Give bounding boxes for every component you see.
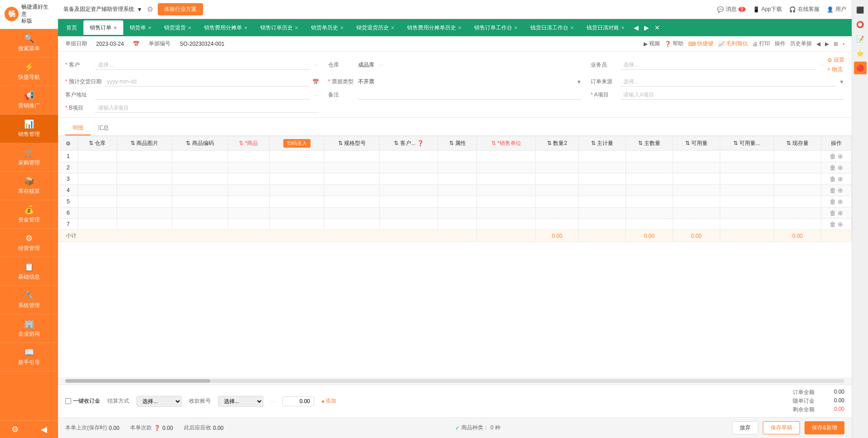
- row-actions[interactable]: 🗑 ⊕: [821, 151, 851, 162]
- row-customer-code[interactable]: [379, 162, 438, 173]
- save-draft-button[interactable]: 保存草稿: [763, 421, 800, 434]
- row-product[interactable]: [228, 185, 269, 196]
- row-main-qty[interactable]: [626, 219, 673, 230]
- th-scan[interactable]: 扫码录入: [270, 136, 324, 151]
- row-attribute[interactable]: [438, 162, 477, 173]
- row-available[interactable]: [673, 207, 720, 219]
- row-spec[interactable]: [324, 162, 380, 173]
- row-current-stock[interactable]: [774, 173, 821, 185]
- account-select[interactable]: 选择...: [218, 396, 263, 407]
- th-product-image[interactable]: ⇅ 商品图片: [116, 136, 172, 151]
- copy-row-icon[interactable]: ⊕: [838, 164, 843, 171]
- row-current-stock[interactable]: [774, 185, 821, 196]
- row-spec[interactable]: [324, 185, 380, 196]
- th-current-stock[interactable]: ⇅ 现存量: [774, 136, 821, 151]
- row-main-qty[interactable]: [626, 196, 673, 207]
- row-main-qty[interactable]: [626, 151, 673, 162]
- row-actions[interactable]: 🗑 ⊕: [821, 173, 851, 185]
- row-customer-code[interactable]: [379, 196, 438, 207]
- row-product[interactable]: [228, 162, 269, 173]
- th-available[interactable]: ⇅ 可用量: [673, 136, 720, 151]
- tab-sales-invoice[interactable]: 销货单 ✕: [123, 20, 158, 35]
- settings-bottom-icon[interactable]: ⚙: [11, 424, 19, 434]
- row-available[interactable]: [673, 196, 720, 207]
- chevron-right-icon[interactable]: ▶: [825, 41, 829, 47]
- row-attribute[interactable]: [438, 185, 477, 196]
- row-qty2[interactable]: [535, 162, 578, 173]
- row-product-image[interactable]: [116, 162, 172, 173]
- row-scan[interactable]: [270, 151, 324, 162]
- row-spec[interactable]: [324, 219, 380, 230]
- row-sales-unit[interactable]: [477, 162, 536, 173]
- row-actions[interactable]: 🗑 ⊕: [821, 162, 851, 173]
- row-warehouse[interactable]: [78, 196, 116, 207]
- payment-method-select[interactable]: 选择...: [136, 396, 182, 407]
- right-panel-btn-5[interactable]: 🔴: [854, 62, 867, 74]
- messages-btn[interactable]: 💬 消息 9: [717, 5, 746, 13]
- copy-row-icon[interactable]: ⊕: [838, 153, 843, 160]
- th-warehouse[interactable]: ⇅ 仓库: [78, 136, 116, 151]
- row-qty2[interactable]: [535, 207, 578, 219]
- row-attribute[interactable]: [438, 196, 477, 207]
- row-current-stock[interactable]: [774, 162, 821, 173]
- row-product[interactable]: [228, 151, 269, 162]
- project-a-input[interactable]: [621, 90, 844, 100]
- one-click-deposit[interactable]: 一键收订金: [65, 397, 100, 405]
- user-btn[interactable]: 👤 用户: [827, 5, 846, 13]
- row-warehouse[interactable]: [78, 151, 116, 162]
- row-scan[interactable]: [270, 196, 324, 207]
- th-main-unit[interactable]: ⇅ 主计量: [579, 136, 626, 151]
- online-service-btn[interactable]: 🎧 在线客服: [789, 5, 820, 13]
- row-sales-unit[interactable]: [477, 173, 536, 185]
- row-main-unit[interactable]: [579, 196, 626, 207]
- profit-btn[interactable]: 📈 毛利预估: [718, 40, 748, 48]
- row-warehouse[interactable]: [78, 173, 116, 185]
- sidebar-item-system[interactable]: 🔧 系统管理: [0, 286, 58, 314]
- row-available2[interactable]: [720, 162, 774, 173]
- scroll-thumb[interactable]: [65, 379, 210, 383]
- delete-row-icon[interactable]: 🗑: [829, 187, 836, 194]
- right-panel-btn-2[interactable]: ⭕: [854, 18, 867, 31]
- tab-order-workbench[interactable]: 销售订单工作台 ✕: [468, 20, 524, 35]
- tab-sales-return[interactable]: 销货退货 ✕: [158, 20, 198, 35]
- row-customer-code[interactable]: [379, 173, 438, 185]
- row-sales-unit[interactable]: [477, 151, 536, 162]
- tab-close-icon[interactable]: ✕: [295, 25, 298, 30]
- delete-row-icon[interactable]: 🗑: [829, 209, 836, 217]
- row-available2[interactable]: [720, 185, 774, 196]
- th-product-code[interactable]: ⇅ 商品编码: [172, 136, 228, 151]
- copy-row-icon[interactable]: ⊕: [838, 221, 843, 228]
- row-product-code[interactable]: [172, 196, 228, 207]
- row-customer-code[interactable]: [379, 219, 438, 230]
- row-main-unit[interactable]: [579, 173, 626, 185]
- tab-close-icon[interactable]: ✕: [244, 25, 247, 30]
- grid-icon[interactable]: ⊞: [834, 41, 838, 47]
- tab-close-icon[interactable]: ✕: [570, 25, 574, 30]
- row-spec[interactable]: [324, 196, 380, 207]
- tab-close-icon[interactable]: ✕: [621, 25, 625, 30]
- th-spec[interactable]: ⇅ 规格型号: [324, 136, 380, 151]
- delete-row-icon[interactable]: 🗑: [829, 175, 836, 183]
- row-available2[interactable]: [720, 151, 774, 162]
- row-product[interactable]: [228, 207, 269, 219]
- scan-btn[interactable]: 扫码录入: [283, 139, 310, 148]
- discard-button[interactable]: 放弃: [732, 421, 758, 434]
- save-new-button[interactable]: 保存&新增: [805, 421, 844, 434]
- tab-cash-workbench[interactable]: 钱货日清工作台 ✕: [524, 20, 580, 35]
- chevron-left-icon[interactable]: ◀: [816, 41, 820, 47]
- row-warehouse[interactable]: [78, 219, 116, 230]
- sidebar-item-finance[interactable]: 💰 资金管理: [0, 200, 58, 229]
- row-warehouse[interactable]: [78, 162, 116, 173]
- row-current-stock[interactable]: [774, 207, 821, 219]
- row-product[interactable]: [228, 173, 269, 185]
- tab-close-icon[interactable]: ✕: [188, 25, 191, 30]
- row-warehouse[interactable]: [78, 185, 116, 196]
- sidebar-item-sales[interactable]: 📊 销售管理: [0, 115, 58, 143]
- row-main-unit[interactable]: [579, 219, 626, 230]
- row-available2[interactable]: [720, 219, 774, 230]
- row-current-stock[interactable]: [774, 151, 821, 162]
- row-available2[interactable]: [720, 173, 774, 185]
- row-actions[interactable]: 🗑 ⊕: [821, 219, 851, 230]
- collapse-icon[interactable]: ◀: [41, 424, 47, 434]
- row-product[interactable]: [228, 219, 269, 230]
